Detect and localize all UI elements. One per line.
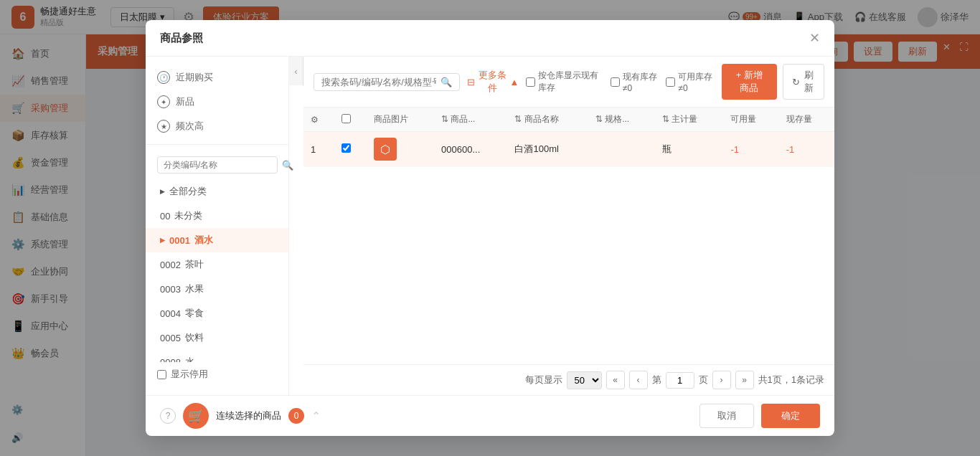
category-0004[interactable]: 0004 零食 (146, 301, 288, 326)
category-0003-name: 水果 (185, 282, 204, 295)
col-stock: 现存量 (779, 108, 834, 132)
refresh-icon: ↻ (792, 77, 800, 87)
col-code-label: 商品... (451, 114, 475, 124)
col-name-label: 商品名称 (524, 114, 559, 124)
table-body: 1 ⬡ 000600... 白酒100ml 瓶 (303, 132, 834, 167)
row-checkbox[interactable] (341, 143, 351, 153)
category-0002[interactable]: 0002 茶叶 (146, 252, 288, 277)
filter-label: 更多条件 (478, 69, 507, 95)
col-settings[interactable]: ⚙ (303, 108, 334, 132)
expand-all-icon: ▶ (160, 188, 165, 195)
confirm-button[interactable]: 确定 (761, 404, 820, 428)
table-row[interactable]: 1 ⬡ 000600... 白酒100ml 瓶 (303, 132, 834, 167)
sort-icon-unit: ⇅ (662, 114, 669, 124)
product-search-input[interactable] (321, 77, 436, 87)
checkbox-current-stock-text: 现有库存≠0 (623, 71, 659, 93)
category-0001[interactable]: ▶ 0001 酒水 (146, 228, 288, 252)
footer-collapse-icon[interactable]: ⌃ (311, 409, 321, 423)
category-0008[interactable]: 0008 水 (146, 350, 288, 362)
category-0003-label: 0003 (160, 284, 181, 295)
category-00-label: 00 (160, 211, 170, 222)
col-unit[interactable]: ⇅ 主计量 (655, 108, 724, 132)
category-0002-name: 茶叶 (185, 258, 204, 271)
new-product-item[interactable]: ✦ 新品 (146, 90, 288, 114)
show-disabled-label: 显示停用 (171, 368, 208, 381)
category-00[interactable]: 00 未分类 (146, 204, 288, 228)
per-page-label: 每页显示 (525, 374, 562, 386)
sort-icon-code: ⇅ (441, 114, 448, 124)
cancel-button[interactable]: 取消 (699, 404, 754, 428)
selection-count-badge: 0 (288, 408, 304, 424)
table-settings-icon[interactable]: ⚙ (311, 115, 319, 125)
col-checkbox (334, 108, 367, 132)
modal-close-button[interactable]: ✕ (809, 30, 820, 46)
category-list: ▶ 全部分类 00 未分类 ▶ 0001 酒水 0002 茶叶 (146, 179, 288, 362)
category-search-input[interactable] (157, 156, 278, 174)
col-spec[interactable]: ⇅ 规格... (588, 108, 655, 132)
checkbox-current-stock-label[interactable]: 现有库存≠0 (611, 71, 659, 93)
product-thumbnail: ⬡ (374, 138, 397, 161)
category-00-name: 未分类 (174, 209, 202, 222)
help-button[interactable]: ? (160, 408, 176, 424)
col-name[interactable]: ⇅ 商品名称 (507, 108, 588, 132)
category-0005-label: 0005 (160, 333, 181, 343)
category-all[interactable]: ▶ 全部分类 (146, 179, 288, 204)
category-0004-name: 零食 (185, 307, 204, 320)
cell-spec (588, 132, 655, 167)
category-0001-label: 0001 (169, 235, 190, 246)
col-available-label: 可用量 (730, 114, 756, 124)
modal-footer: ? 🛒 连续选择的商品 0 ⌃ 取消 确定 (146, 395, 834, 436)
category-all-label: 全部分类 (169, 185, 207, 198)
prev-page-button[interactable]: ‹ (629, 371, 648, 389)
modal-overlay: 商品参照 ✕ 🕐 近期购买 ✦ 新品 ★ 频次高 (0, 0, 980, 456)
product-table-container: ⚙ 商品图片 ⇅ 商品... ⇅ (303, 108, 834, 364)
sort-icon-name: ⇅ (514, 114, 522, 124)
category-0005-name: 饮料 (185, 331, 204, 344)
add-product-button[interactable]: + 新增商品 (722, 64, 777, 100)
last-page-button[interactable]: » (735, 371, 754, 389)
refresh-label: 刷新 (803, 69, 815, 95)
modal-body: 🕐 近期购买 ✦ 新品 ★ 频次高 🔍 ▶ (146, 57, 834, 395)
category-0005[interactable]: 0005 饮料 (146, 326, 288, 350)
page-label: 第 (652, 374, 661, 386)
checkbox-current-stock[interactable] (611, 77, 620, 87)
first-page-button[interactable]: « (606, 371, 625, 389)
col-image[interactable]: 商品图片 (367, 108, 434, 132)
category-0001-name: 酒水 (194, 234, 213, 247)
recent-buy-item[interactable]: 🕐 近期购买 (146, 65, 288, 90)
footer-left: ? 🛒 连续选择的商品 0 ⌃ (160, 403, 321, 429)
checkbox-warehouse[interactable] (526, 77, 535, 87)
checkbox-available-stock[interactable] (666, 77, 675, 87)
select-all-checkbox[interactable] (341, 114, 351, 123)
cart-icon[interactable]: 🛒 (183, 403, 209, 429)
modal-header: 商品参照 ✕ (146, 20, 834, 57)
search-icon[interactable]: 🔍 (440, 77, 452, 87)
show-disabled-checkbox[interactable] (157, 370, 166, 379)
filter-button[interactable]: ⊟ 更多条件 ▲ (467, 69, 519, 95)
sidebar-collapse-button[interactable]: ‹ (289, 57, 303, 85)
page-input[interactable] (666, 372, 694, 389)
cell-code: 000600... (434, 132, 507, 167)
new-product-icon: ✦ (157, 95, 170, 108)
table-head: ⚙ 商品图片 ⇅ 商品... ⇅ (303, 108, 834, 132)
category-0003[interactable]: 0003 水果 (146, 277, 288, 301)
category-search-row: 🔍 (146, 151, 288, 179)
refresh-button[interactable]: ↻ 刷新 (783, 64, 824, 100)
checkbox-available-stock-label[interactable]: 可用库存≠0 (666, 71, 714, 93)
col-code[interactable]: ⇅ 商品... (434, 108, 507, 132)
frequent-icon: ★ (157, 120, 170, 133)
sort-icon-spec: ⇅ (595, 114, 603, 124)
per-page-select[interactable]: 50 (567, 371, 602, 389)
col-available: 可用量 (723, 108, 778, 132)
total-label: 共1页，1条记录 (758, 374, 824, 386)
col-spec-label: 规格... (605, 114, 629, 124)
pagination: 每页显示 50 « ‹ 第 页 › » 共1页，1条记录 (303, 364, 834, 395)
checkbox-warehouse-label[interactable]: 按仓库显示现有库存 (526, 70, 603, 94)
product-search-bar: 🔍 (314, 73, 460, 91)
chevron-up-icon: ▲ (509, 77, 519, 87)
next-page-button[interactable]: › (712, 371, 731, 389)
category-search-icon[interactable]: 🔍 (282, 160, 293, 171)
product-table: ⚙ 商品图片 ⇅ 商品... ⇅ (303, 108, 834, 167)
new-product-label: 新品 (176, 95, 194, 108)
frequent-item[interactable]: ★ 频次高 (146, 114, 288, 138)
